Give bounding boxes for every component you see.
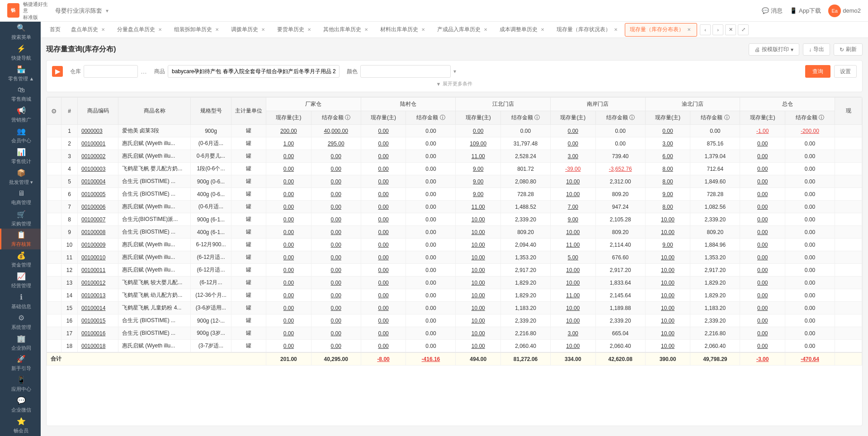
td-w1-amt[interactable]: 0.00 bbox=[311, 175, 361, 188]
tab-close-cost-adjust[interactable]: ✕ bbox=[539, 27, 546, 33]
sidebar-item-shortcut[interactable]: ⚡ 快捷导航 bbox=[0, 42, 41, 63]
td-w1-qty[interactable]: 0.00 bbox=[266, 201, 311, 213]
td-w4-qty[interactable]: 10.00 bbox=[550, 226, 595, 239]
td-tot-qty[interactable]: 0.00 bbox=[740, 251, 785, 264]
td-code[interactable]: 00100013 bbox=[78, 289, 118, 302]
td-code[interactable]: 00100012 bbox=[78, 277, 118, 289]
td-w5-qty[interactable]: 6.00 bbox=[645, 150, 690, 163]
sidebar-item-retail-mall[interactable]: 🛍 零售商城 bbox=[0, 84, 41, 105]
sidebar-item-system[interactable]: ⚙ 系统管理 bbox=[0, 312, 41, 333]
td-w3-qty[interactable]: 0.00 bbox=[456, 125, 501, 137]
td-w5-qty[interactable]: 10.00 bbox=[645, 289, 690, 302]
td-code[interactable]: 00100011 bbox=[78, 264, 118, 277]
td-w2-qty[interactable]: 0.00 bbox=[361, 188, 406, 201]
td-w2-qty[interactable]: 0.00 bbox=[361, 264, 406, 277]
td-w2-qty[interactable]: 0.00 bbox=[361, 302, 406, 314]
sidebar-item-finance[interactable]: 💰 资金管理 bbox=[0, 249, 41, 270]
td-w4-qty[interactable]: 3.00 bbox=[550, 150, 595, 163]
tab-close-inventory-check[interactable]: ✕ bbox=[100, 27, 106, 33]
td-tot-qty[interactable]: 0.00 bbox=[740, 302, 785, 314]
td-w3-qty[interactable]: 10.00 bbox=[456, 302, 501, 314]
td-w5-qty[interactable]: 9.00 bbox=[645, 188, 690, 201]
td-w2-qty[interactable]: 0.00 bbox=[361, 327, 406, 340]
td-w1-qty[interactable]: 0.00 bbox=[266, 264, 311, 277]
td-tot-qty[interactable]: 0.00 bbox=[740, 264, 785, 277]
tab-close-split[interactable]: ✕ bbox=[157, 27, 163, 33]
table-scroll[interactable]: ⚙ # 商品编码 商品名称 规格型号 主计量单位 厂家仓 陆村仓 江北门店 南岸… bbox=[47, 97, 862, 426]
tab-home[interactable]: 首页 bbox=[44, 23, 66, 37]
td-w4-qty[interactable]: 10.00 bbox=[550, 277, 595, 289]
td-w1-amt[interactable]: 0.00 bbox=[311, 226, 361, 239]
td-w2-qty[interactable]: 0.00 bbox=[361, 163, 406, 175]
td-w1-amt[interactable]: 0.00 bbox=[311, 327, 361, 340]
td-w3-qty[interactable]: 10.00 bbox=[456, 277, 501, 289]
td-w4-qty[interactable]: 10.00 bbox=[550, 264, 595, 277]
td-w1-qty[interactable]: 0.00 bbox=[266, 314, 311, 327]
app-download-btn[interactable]: 📱 App下载 bbox=[790, 7, 821, 15]
tab-close-product-in[interactable]: ✕ bbox=[482, 27, 489, 33]
td-w1-qty[interactable]: 0.00 bbox=[266, 163, 311, 175]
td-tot-qty[interactable]: 0.00 bbox=[740, 150, 785, 163]
tab-transfer[interactable]: 调拨单历史 ✕ bbox=[226, 23, 271, 37]
td-w5-qty[interactable]: 10.00 bbox=[645, 277, 690, 289]
td-w3-qty[interactable]: 9.00 bbox=[456, 175, 501, 188]
td-w1-qty[interactable]: 0.00 bbox=[266, 277, 311, 289]
td-w1-amt[interactable]: 0.00 bbox=[311, 340, 361, 353]
td-w3-qty[interactable]: 9.00 bbox=[456, 163, 501, 175]
td-w1-qty[interactable]: 0.00 bbox=[266, 239, 311, 251]
td-w3-qty[interactable]: 10.00 bbox=[456, 289, 501, 302]
td-w4-qty[interactable]: -39.00 bbox=[550, 163, 595, 175]
td-w5-qty[interactable]: 10.00 bbox=[645, 302, 690, 314]
td-w5-qty[interactable]: 8.00 bbox=[645, 201, 690, 213]
td-w1-amt[interactable]: 0.00 bbox=[311, 213, 361, 226]
sidebar-item-member[interactable]: ⭐ 畅会员 bbox=[0, 415, 41, 436]
td-code[interactable]: 00100015 bbox=[78, 314, 118, 327]
nav-close-btn[interactable]: ✕ bbox=[725, 24, 736, 35]
td-w4-qty[interactable]: 10.00 bbox=[550, 188, 595, 201]
td-code[interactable]: 00100016 bbox=[78, 327, 118, 340]
sidebar-item-procurement[interactable]: 🛒 采购管理 bbox=[0, 208, 41, 229]
td-w2-qty[interactable]: 0.00 bbox=[361, 251, 406, 264]
sidebar-item-operations[interactable]: 📈 经营管理 bbox=[0, 270, 41, 291]
td-w3-qty[interactable]: 10.00 bbox=[456, 213, 501, 226]
td-w1-amt[interactable]: 0.00 bbox=[311, 188, 361, 201]
user-info[interactable]: Ea demo2 bbox=[828, 5, 861, 17]
td-w5-qty[interactable]: 10.00 bbox=[645, 327, 690, 340]
td-w1-qty[interactable]: 0.00 bbox=[266, 340, 311, 353]
td-w1-qty[interactable]: 0.00 bbox=[266, 302, 311, 314]
color-input[interactable] bbox=[360, 65, 451, 78]
td-tot-qty[interactable]: 0.00 bbox=[740, 289, 785, 302]
td-w2-qty[interactable]: 0.00 bbox=[361, 314, 406, 327]
td-w1-qty[interactable]: 0.00 bbox=[266, 251, 311, 264]
td-w4-qty[interactable]: 7.00 bbox=[550, 201, 595, 213]
td-w1-amt[interactable]: 0.00 bbox=[311, 201, 361, 213]
td-w1-qty[interactable]: 0.00 bbox=[266, 213, 311, 226]
sidebar-item-inventory[interactable]: 📋 库存核算 bbox=[0, 229, 41, 249]
td-w3-qty[interactable]: 9.00 bbox=[456, 188, 501, 201]
td-w1-qty[interactable]: 0.00 bbox=[266, 289, 311, 302]
td-w2-qty[interactable]: 0.00 bbox=[361, 226, 406, 239]
refresh-btn[interactable]: ↻ 刷新 bbox=[834, 43, 863, 56]
sidebar-item-new-guide[interactable]: 🚀 新手引导 bbox=[0, 353, 41, 374]
td-w1-qty[interactable]: 0.00 bbox=[266, 327, 311, 340]
td-w1-amt[interactable]: 0.00 bbox=[311, 239, 361, 251]
td-w1-amt[interactable]: 0.00 bbox=[311, 251, 361, 264]
td-w5-qty[interactable]: 10.00 bbox=[645, 314, 690, 327]
td-code[interactable]: 00100014 bbox=[78, 302, 118, 314]
print-btn[interactable]: 🖨 按模版打印 ▾ bbox=[749, 43, 799, 56]
td-w3-qty[interactable]: 10.00 bbox=[456, 314, 501, 327]
td-w2-qty[interactable]: 0.00 bbox=[361, 277, 406, 289]
tab-close-combine[interactable]: ✕ bbox=[214, 27, 220, 33]
td-w5-qty[interactable]: 10.00 bbox=[645, 213, 690, 226]
td-w3-qty[interactable]: 10.00 bbox=[456, 264, 501, 277]
tab-close-stock-dist[interactable]: ✕ bbox=[686, 27, 692, 33]
td-tot-qty[interactable]: 0.00 bbox=[740, 188, 785, 201]
td-w1-amt[interactable]: 0.00 bbox=[311, 150, 361, 163]
color-dropdown[interactable]: ▾ bbox=[453, 68, 456, 75]
td-tot-qty[interactable]: 0.00 bbox=[740, 213, 785, 226]
tab-material-out[interactable]: 材料出库单历史 ✕ bbox=[375, 23, 431, 37]
td-tot-qty[interactable]: 0.00 bbox=[740, 277, 785, 289]
td-code[interactable]: 00100002 bbox=[78, 150, 118, 163]
tab-close-purchase[interactable]: ✕ bbox=[306, 27, 312, 33]
expand-conditions-btn[interactable]: ▼ 展开更多条件 bbox=[52, 80, 857, 87]
